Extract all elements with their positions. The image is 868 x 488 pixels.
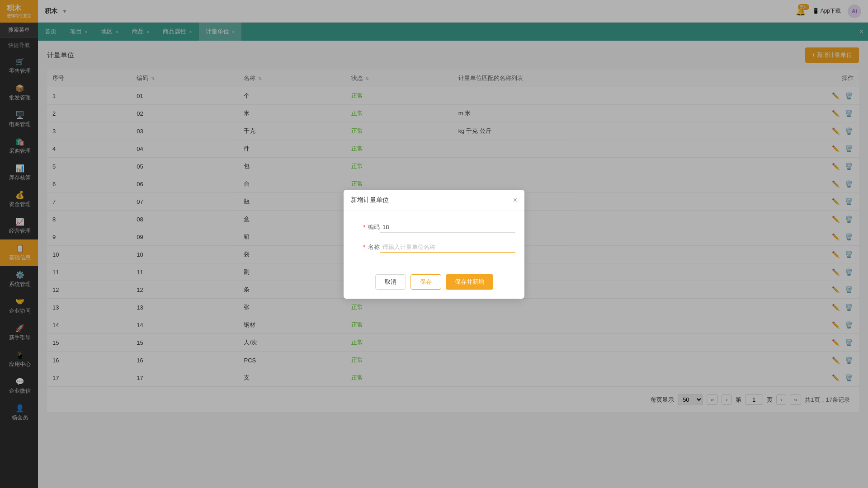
add-unit-modal: 新增计量单位 × * 编码 * 名称 取消 保存 保存并新增 (344, 190, 524, 299)
cancel-button[interactable]: 取消 (375, 274, 406, 290)
name-input[interactable] (380, 242, 515, 253)
modal-title: 新增计量单位 (351, 196, 389, 204)
name-form-row: * 名称 (353, 242, 515, 253)
code-input[interactable] (380, 222, 515, 233)
required-mark: * (363, 224, 365, 230)
modal-overlay: 新增计量单位 × * 编码 * 名称 取消 保存 保存并新增 (0, 0, 868, 488)
modal-close-button[interactable]: × (513, 196, 517, 204)
modal-footer: 取消 保存 保存并新增 (344, 269, 524, 299)
code-form-row: * 编码 (353, 222, 515, 233)
code-label: * 编码 (353, 223, 380, 231)
modal-header: 新增计量单位 × (344, 190, 524, 211)
save-and-new-button[interactable]: 保存并新增 (446, 274, 493, 290)
modal-body: * 编码 * 名称 (344, 211, 524, 269)
name-label: * 名称 (353, 243, 380, 251)
required-mark: * (363, 244, 365, 250)
save-button[interactable]: 保存 (410, 274, 441, 290)
